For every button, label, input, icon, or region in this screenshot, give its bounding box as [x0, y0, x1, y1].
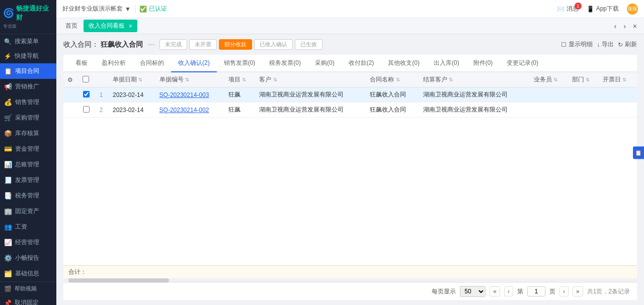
- first-page-btn[interactable]: «: [490, 286, 500, 296]
- tax-icon: 📑: [4, 192, 12, 200]
- topbar-right: ✉️ 1 消息 📱 App下载 珠珠: [557, 4, 638, 15]
- col-header-project[interactable]: 项目 ⇅: [224, 72, 255, 87]
- col-header-row_num[interactable]: [94, 72, 109, 87]
- prev-page-btn[interactable]: ‹: [504, 286, 513, 296]
- status-uninvoiced-btn[interactable]: 未开票: [189, 39, 217, 50]
- pin-icon: 📌: [4, 299, 12, 306]
- row-number: 2: [94, 103, 109, 118]
- subtab-other_income[interactable]: 其他收支(0): [381, 55, 427, 72]
- sidebar-item-label: 营销推广: [15, 82, 39, 91]
- current-page-input[interactable]: [527, 286, 545, 296]
- avatar: 珠珠: [627, 4, 638, 15]
- sidebar-item-project[interactable]: 📋项目合同: [0, 63, 56, 79]
- message-btn[interactable]: ✉️ 1 消息: [557, 5, 579, 13]
- sidebar-item-capital[interactable]: 💳资金管理: [0, 141, 56, 157]
- col-header-customer[interactable]: 客户 ⇅: [255, 72, 366, 87]
- status-confirmed-btn[interactable]: 已收入确认: [254, 39, 293, 50]
- sort-icon-date[interactable]: ⇅: [138, 77, 142, 82]
- table-row[interactable]: 1 2023-02-14 SQ-20230214-003 狂飙 湖南卫视商业运营…: [63, 87, 637, 103]
- sort-icon-project[interactable]: ⇅: [242, 77, 246, 82]
- col-header-number[interactable]: 单据编号 ⇅: [155, 72, 224, 87]
- home-tab[interactable]: 首页: [61, 20, 82, 32]
- tab-prev-btn[interactable]: ‹: [612, 21, 618, 31]
- sidebar-cancel-pin[interactable]: 📌 取消固定: [0, 295, 56, 305]
- sidebar-item-tax[interactable]: 📑税务管理: [0, 188, 56, 204]
- subtab-attachment[interactable]: 附件(0): [466, 55, 500, 72]
- row-number: 1: [94, 87, 109, 103]
- tab-close-btn[interactable]: ×: [129, 23, 132, 30]
- sidebar-item-sales[interactable]: 💰销售管理: [0, 94, 56, 110]
- select-all-checkbox[interactable]: [83, 76, 89, 82]
- sidebar-item-basic[interactable]: 🗂️基础信息: [0, 266, 56, 281]
- user-avatar-area[interactable]: 珠珠: [627, 4, 638, 15]
- subtab-profit[interactable]: 盈利分析: [95, 55, 133, 72]
- sidebar-item-marketing[interactable]: 📢营销推广: [0, 79, 56, 94]
- status-incomplete-btn[interactable]: 未完成: [159, 39, 187, 50]
- marketing-icon: 📢: [4, 83, 12, 91]
- tab-next-btn[interactable]: ›: [621, 21, 628, 31]
- row-checkbox[interactable]: [83, 91, 90, 97]
- sidebar-item-label: 基础信息: [15, 269, 39, 278]
- last-page-btn[interactable]: »: [573, 286, 583, 296]
- row-doc-number[interactable]: SQ-20230214-003: [155, 87, 224, 103]
- sidebar-item-general[interactable]: 📊总账管理: [0, 157, 56, 172]
- company-name: 好业财专业版演示帐套: [62, 5, 123, 13]
- sidebar-item-hr[interactable]: 👥工资: [0, 219, 56, 235]
- table-row[interactable]: 2 2023-02-14 SQ-20230214-002 狂飙 湖南卫视商业运营…: [63, 103, 637, 118]
- subtab-change_log[interactable]: 变更记录(0): [500, 55, 545, 72]
- status-partial-btn[interactable]: 部分收款: [219, 39, 252, 50]
- subtab-payment[interactable]: 收付款(2): [342, 55, 381, 72]
- subtab-tax_invoice[interactable]: 税务发票(0): [262, 55, 308, 72]
- col-header-date[interactable]: 单据日期 ⇅: [109, 72, 155, 87]
- subtab-kanban[interactable]: 看板: [68, 55, 95, 72]
- page-label: 第: [517, 287, 523, 296]
- subtab-sales_invoice[interactable]: 销售发票(0): [217, 55, 263, 72]
- sidebar-help[interactable]: 🎬 帮助视频: [0, 282, 56, 295]
- row-department: [568, 103, 599, 118]
- active-tab[interactable]: 收入合同看板 ×: [84, 20, 137, 32]
- refresh-icon: ↻: [618, 41, 623, 48]
- next-page-btn[interactable]: ›: [559, 286, 569, 296]
- tab-close-all-btn[interactable]: ×: [631, 21, 639, 31]
- status-effective-btn[interactable]: 已生效: [295, 39, 323, 50]
- sidebar-item-mgmt[interactable]: 📈经营管理: [0, 235, 56, 250]
- col-header-salesperson[interactable]: 业务员 ⇅: [530, 72, 568, 87]
- row-date: 2023-02-14: [109, 87, 155, 103]
- sidebar-item-invoice[interactable]: 🧾发票管理: [0, 172, 56, 188]
- company-selector[interactable]: 好业财专业版演示帐套 ▼: [62, 5, 131, 13]
- contract-more-btn[interactable]: ···: [148, 40, 154, 49]
- gear-icon[interactable]: ⚙: [67, 76, 73, 83]
- subtab-income_confirm[interactable]: 收入确认(2): [171, 55, 217, 72]
- quick-nav[interactable]: ⚡ 快捷导航: [0, 49, 56, 63]
- col-header-contract_name[interactable]: 合同名称 ⇅: [366, 72, 419, 87]
- subtab-purchase[interactable]: 采购(0): [308, 55, 342, 72]
- sort-icon-salesperson[interactable]: ⇅: [553, 77, 557, 82]
- subtab-contract_norm[interactable]: 合同标的: [133, 55, 171, 72]
- app-download-btn[interactable]: 📱 App下载: [587, 5, 619, 13]
- col-header-invoice_date[interactable]: 开票日 ⇅: [599, 72, 637, 87]
- sidebar-item-report[interactable]: ⚙️小畅报告: [0, 250, 56, 266]
- sort-icon-invoice_date[interactable]: ⇅: [622, 77, 626, 82]
- sidebar-item-purchase[interactable]: 🛒采购管理: [0, 110, 56, 126]
- row-doc-number[interactable]: SQ-20230214-002: [155, 103, 224, 118]
- col-header-department[interactable]: 部门 ⇅: [568, 72, 599, 87]
- sidebar-item-label: 税务管理: [15, 191, 39, 200]
- sort-icon-end_customer[interactable]: ⇅: [449, 77, 453, 82]
- horizontal-scrollbar[interactable]: [63, 278, 637, 282]
- sort-icon-department[interactable]: ⇅: [586, 77, 590, 82]
- sort-icon-customer[interactable]: ⇅: [273, 77, 277, 82]
- col-header-end_customer[interactable]: 结算客户 ⇅: [419, 72, 530, 87]
- row-checkbox[interactable]: [83, 106, 90, 113]
- show-detail-btn[interactable]: ☐ 显示明细: [561, 40, 593, 49]
- refresh-btn[interactable]: ↻ 刷新: [618, 40, 637, 49]
- sort-icon-contract_name[interactable]: ⇅: [396, 77, 400, 82]
- per-page-select[interactable]: 2050100: [460, 286, 486, 297]
- search-menu[interactable]: 🔍 搜索菜单: [0, 34, 56, 49]
- sidebar-item-inventory[interactable]: 📦库存核算: [0, 126, 56, 141]
- export-btn[interactable]: ↓ 导出: [597, 40, 614, 49]
- subtab-warehouse[interactable]: 出入库(0): [427, 55, 466, 72]
- sidebar-item-fixed[interactable]: 🏢固定资产: [0, 204, 56, 219]
- sort-icon-number[interactable]: ⇅: [185, 77, 189, 82]
- right-note-panel[interactable]: 📋: [633, 146, 644, 159]
- scroll-thumb[interactable]: [68, 278, 169, 282]
